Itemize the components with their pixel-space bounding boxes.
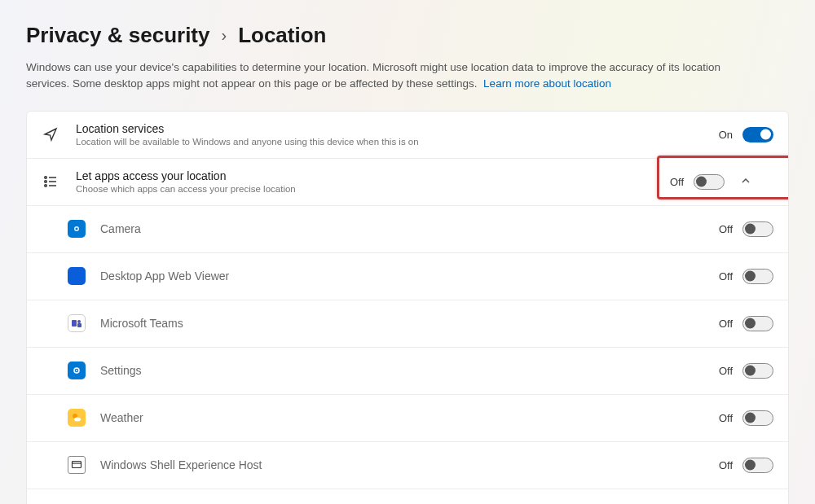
app-row[interactable]: Microsoft TeamsOff xyxy=(27,300,788,348)
app-access-toggle[interactable] xyxy=(694,174,725,190)
shell-icon xyxy=(68,456,86,474)
svg-point-7 xyxy=(76,228,78,230)
settings-panel: Location services Location will be avail… xyxy=(26,111,789,505)
app-state-label: Off xyxy=(719,318,733,330)
blue-icon xyxy=(68,267,86,285)
app-row[interactable]: CameraOff xyxy=(27,206,788,253)
app-name-label: Desktop App Web Viewer xyxy=(100,270,719,283)
app-name-label: Settings xyxy=(100,364,719,377)
teams-icon xyxy=(68,314,86,332)
chevron-up-icon[interactable] xyxy=(736,176,756,188)
app-toggle[interactable] xyxy=(742,458,773,473)
app-name-label: Camera xyxy=(100,222,719,235)
app-row[interactable]: SettingsOff xyxy=(27,348,788,395)
svg-point-12 xyxy=(76,370,77,371)
location-services-title: Location services xyxy=(76,122,719,135)
page-subtitle: Windows can use your device's capabiliti… xyxy=(26,59,735,93)
location-services-row[interactable]: Location services Location will be avail… xyxy=(27,112,788,159)
weather-icon xyxy=(68,409,86,427)
app-name-label: Windows Shell Experience Host xyxy=(100,458,719,471)
svg-point-14 xyxy=(74,418,81,422)
app-state-label: Off xyxy=(719,270,733,283)
breadcrumb-parent[interactable]: Privacy & security xyxy=(26,23,209,48)
svg-rect-15 xyxy=(73,462,82,468)
app-access-title: Let apps access your location xyxy=(76,169,670,182)
navigation-arrow-icon xyxy=(42,125,59,143)
svg-point-0 xyxy=(45,177,47,179)
app-row[interactable]: Windows Web Experience PackOff xyxy=(27,489,788,505)
app-row[interactable]: Desktop App Web ViewerOff xyxy=(27,253,788,300)
svg-point-9 xyxy=(77,320,81,323)
app-name-label: Microsoft Teams xyxy=(100,317,719,330)
app-access-row[interactable]: Let apps access your location Choose whi… xyxy=(27,159,788,206)
app-row[interactable]: WeatherOff xyxy=(27,395,788,442)
camera-icon xyxy=(68,220,86,238)
app-state-label: Off xyxy=(719,223,733,235)
location-services-state: On xyxy=(719,129,733,141)
svg-rect-8 xyxy=(72,320,77,327)
breadcrumb: Privacy & security › Location xyxy=(26,23,789,48)
breadcrumb-current: Location xyxy=(238,23,326,48)
app-state-label: Off xyxy=(719,459,733,471)
chevron-right-icon: › xyxy=(221,26,227,45)
app-toggle[interactable] xyxy=(742,316,773,331)
svg-point-2 xyxy=(45,181,47,183)
app-toggle[interactable] xyxy=(742,410,773,426)
app-row[interactable]: Windows Shell Experience HostOff xyxy=(27,442,788,489)
app-state-label: Off xyxy=(719,412,733,424)
app-toggle[interactable] xyxy=(742,221,773,237)
settings-icon xyxy=(68,362,86,379)
app-state-label: Off xyxy=(719,365,733,377)
learn-more-link[interactable]: Learn more about location xyxy=(483,77,611,90)
app-toggle[interactable] xyxy=(742,269,773,284)
location-services-toggle[interactable] xyxy=(742,127,773,142)
app-access-state: Off xyxy=(670,176,684,188)
app-name-label: Weather xyxy=(100,411,719,424)
location-services-sub: Location will be available to Windows an… xyxy=(76,137,719,147)
svg-point-4 xyxy=(45,185,47,187)
list-options-icon xyxy=(42,173,59,191)
app-access-sub: Choose which apps can access your precis… xyxy=(76,184,670,194)
svg-rect-10 xyxy=(77,323,82,327)
app-toggle[interactable] xyxy=(742,363,773,379)
